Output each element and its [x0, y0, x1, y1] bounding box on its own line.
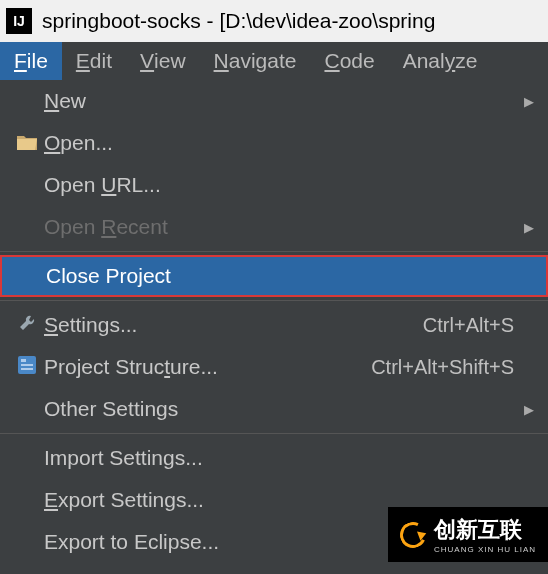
watermark: 创新互联 CHUANG XIN HU LIAN: [388, 507, 548, 562]
menu-item-close-project[interactable]: Close Project: [0, 255, 548, 297]
menu-item-other-settings[interactable]: Other Settings▶: [0, 388, 548, 430]
watermark-logo-icon: [396, 518, 429, 551]
intellij-logo-icon: IJ: [6, 8, 32, 34]
menu-code[interactable]: Code: [310, 42, 388, 80]
menu-item-label: Open URL...: [44, 173, 514, 197]
menu-item-settings[interactable]: Settings...Ctrl+Alt+S: [0, 304, 548, 346]
structure-icon: [18, 355, 36, 379]
wrench-icon: [17, 313, 37, 338]
menu-item-label: Close Project: [46, 264, 512, 288]
menu-item-open-url[interactable]: Open URL...: [0, 164, 548, 206]
watermark-subtext: CHUANG XIN HU LIAN: [434, 545, 536, 554]
watermark-text: 创新互联: [434, 517, 522, 542]
submenu-arrow-icon: ▶: [514, 94, 534, 109]
folder-icon: [17, 131, 37, 155]
menu-item-open[interactable]: Open...: [0, 122, 548, 164]
menu-item-shortcut: Ctrl+Alt+S: [423, 314, 514, 337]
menu-item-label: New: [44, 89, 514, 113]
menu-item-shortcut: Ctrl+Alt+Shift+S: [371, 356, 514, 379]
menu-item-label: Open Recent: [44, 215, 514, 239]
menu-item-project-structure[interactable]: Project Structure...Ctrl+Alt+Shift+S: [0, 346, 548, 388]
titlebar: IJ springboot-socks - [D:\dev\idea-zoo\s…: [0, 0, 548, 42]
submenu-arrow-icon: ▶: [514, 402, 534, 417]
menu-separator: [0, 433, 548, 434]
menu-edit[interactable]: Edit: [62, 42, 126, 80]
window-title: springboot-socks - [D:\dev\idea-zoo\spri…: [42, 9, 435, 33]
menu-separator: [0, 300, 548, 301]
menu-separator: [0, 251, 548, 252]
svg-rect-3: [21, 368, 33, 370]
submenu-arrow-icon: ▶: [514, 220, 534, 235]
file-menu-dropdown: New▶Open...Open URL...Open Recent▶Close …: [0, 80, 548, 563]
menu-view[interactable]: View: [126, 42, 200, 80]
menu-item-label: Project Structure...: [44, 355, 371, 379]
menu-item-label: Other Settings: [44, 397, 514, 421]
menu-navigate[interactable]: Navigate: [200, 42, 311, 80]
menu-item-label: Settings...: [44, 313, 423, 337]
menubar: FileEditViewNavigateCodeAnalyze: [0, 42, 548, 80]
menu-item-open-recent: Open Recent▶: [0, 206, 548, 248]
menu-item-label: Import Settings...: [44, 446, 514, 470]
svg-rect-2: [21, 364, 33, 366]
menu-item-label: Open...: [44, 131, 514, 155]
menu-item-new[interactable]: New▶: [0, 80, 548, 122]
svg-rect-1: [21, 359, 26, 362]
menu-file[interactable]: File: [0, 42, 62, 80]
menu-item-import-settings[interactable]: Import Settings...: [0, 437, 548, 479]
menu-analyze[interactable]: Analyze: [389, 42, 492, 80]
